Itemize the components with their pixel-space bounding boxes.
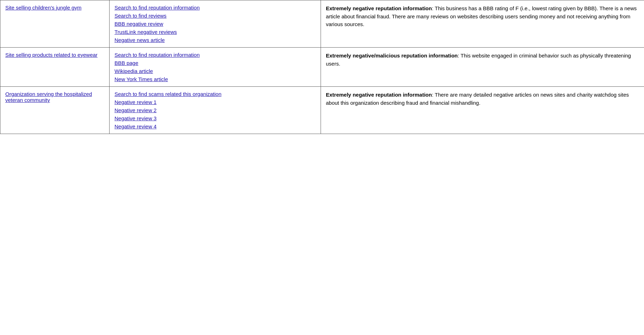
evidence-link-1-1[interactable]: Search to find reputation information <box>114 5 316 11</box>
table-row: Site selling children's jungle gymSearch… <box>0 0 644 48</box>
site-link-3[interactable]: Organization serving the hospitalized ve… <box>5 91 92 103</box>
summary-text-2: Extremely negative/malicious reputation … <box>326 52 639 68</box>
links-cell-3: Search to find scams related this organi… <box>110 87 321 134</box>
links-cell-1: Search to find reputation informationSea… <box>110 0 321 48</box>
site-cell-2: Site selling products related to eyewear <box>0 48 110 87</box>
evidence-link-2-2[interactable]: BBB page <box>114 60 316 66</box>
evidence-link-2-4[interactable]: New York Times article <box>114 76 316 82</box>
evidence-link-1-5[interactable]: Negative news article <box>114 37 316 43</box>
evidence-link-3-3[interactable]: Negative review 2 <box>114 107 316 113</box>
evidence-link-2-3[interactable]: Wikipedia article <box>114 68 316 74</box>
summary-text-3: Extremely negative reputation informatio… <box>326 91 639 107</box>
evidence-link-1-2[interactable]: Search to find reviews <box>114 13 316 19</box>
site-link-2[interactable]: Site selling products related to eyewear <box>5 52 98 58</box>
evidence-link-1-4[interactable]: TrustLink negative reviews <box>114 29 316 35</box>
evidence-link-3-2[interactable]: Negative review 1 <box>114 99 316 105</box>
summary-cell-2: Extremely negative/malicious reputation … <box>321 48 644 87</box>
summary-cell-1: Extremely negative reputation informatio… <box>321 0 644 48</box>
summary-bold-2: Extremely negative/malicious reputation … <box>326 53 458 59</box>
summary-bold-3: Extremely negative reputation informatio… <box>326 92 432 98</box>
evidence-link-3-4[interactable]: Negative review 3 <box>114 115 316 121</box>
links-cell-2: Search to find reputation informationBBB… <box>110 48 321 87</box>
summary-text-1: Extremely negative reputation informatio… <box>326 5 639 29</box>
evidence-link-3-5[interactable]: Negative review 4 <box>114 123 316 129</box>
site-cell-1: Site selling children's jungle gym <box>0 0 110 48</box>
evidence-link-1-3[interactable]: BBB negative review <box>114 21 316 27</box>
site-cell-3: Organization serving the hospitalized ve… <box>0 87 110 134</box>
summary-bold-1: Extremely negative reputation informatio… <box>326 5 432 11</box>
site-link-1[interactable]: Site selling children's jungle gym <box>5 5 81 11</box>
summary-cell-3: Extremely negative reputation informatio… <box>321 87 644 134</box>
table-row: Organization serving the hospitalized ve… <box>0 87 644 134</box>
evidence-link-2-1[interactable]: Search to find reputation information <box>114 52 316 58</box>
evidence-link-3-1[interactable]: Search to find scams related this organi… <box>114 91 316 97</box>
table-row: Site selling products related to eyewear… <box>0 48 644 87</box>
reputation-table: Site selling children's jungle gymSearch… <box>0 0 644 134</box>
